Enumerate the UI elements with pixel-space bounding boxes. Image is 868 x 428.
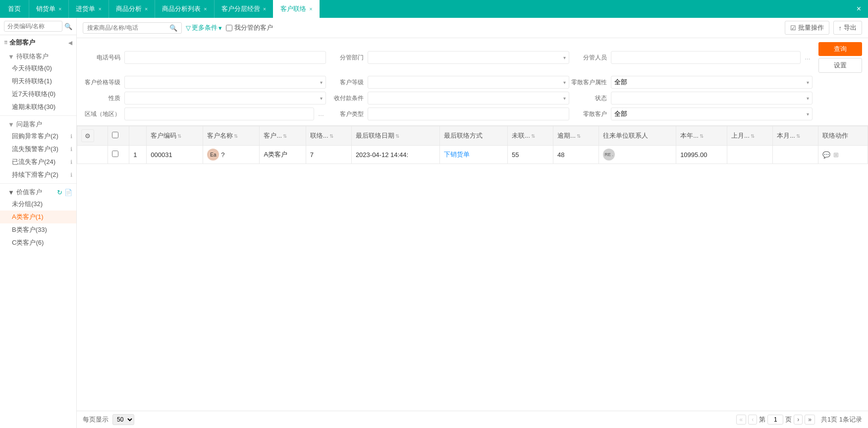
filter-search-icon[interactable]: 🔍 xyxy=(169,24,177,32)
payment-select[interactable]: ▾ xyxy=(368,92,569,105)
retail-cust-select[interactable]: 全部 ▾ xyxy=(611,107,813,120)
nav-tab-5[interactable]: 客户联络 × xyxy=(273,0,319,18)
status-arrow: ▾ xyxy=(807,96,809,101)
sidebar-item-lost-label: 已流失客户(24) xyxy=(12,158,55,166)
filter-more-btn[interactable]: ▽ 更多条件 ▾ xyxy=(186,23,222,32)
sidebar-item-lost-warn[interactable]: 流失预警客户(3) ℹ xyxy=(0,143,76,156)
sidebar-item-c-class[interactable]: C类客户(6) xyxy=(0,236,76,249)
sidebar-item-today[interactable]: 今天待联络(0) xyxy=(0,62,76,75)
cust-type-field[interactable] xyxy=(371,110,566,117)
col-code: 客户编码 ⇅ xyxy=(147,126,203,146)
page-input[interactable] xyxy=(767,415,783,425)
page-size-select[interactable]: 50 xyxy=(112,414,134,425)
row-checkbox[interactable] xyxy=(112,151,118,157)
sidebar-item-tomorrow[interactable]: 明天待联络(1) xyxy=(0,75,76,88)
sidebar-content: ⠿ 全部客户 ◀ ▼ 待联络客户 今天待联络(0) 明天待联络(1) 近7天待联… xyxy=(0,35,76,428)
mine-checkbox-input[interactable] xyxy=(226,25,232,31)
col-this-month-sort[interactable]: 本月... ⇅ xyxy=(777,131,800,140)
region-dots[interactable]: … xyxy=(316,110,326,117)
sidebar-item-lost[interactable]: 已流失客户(24) ℹ xyxy=(0,156,76,168)
col-index xyxy=(129,126,147,146)
filter-search-input[interactable] xyxy=(87,24,167,31)
sidebar-item-7days[interactable]: 近7天待联络(0) xyxy=(0,88,76,101)
last-method-link[interactable]: 下销货单 xyxy=(444,151,470,158)
region-input[interactable] xyxy=(124,107,314,120)
col-contact-label: 联络... xyxy=(310,131,328,140)
nav-tab-0[interactable]: 销货单 × xyxy=(29,0,68,18)
action-chat-icon[interactable]: 💬 xyxy=(822,151,830,159)
nav-tab-close-4[interactable]: × xyxy=(263,6,266,12)
nav-tab-1[interactable]: 进货单 × xyxy=(68,0,108,18)
batch-ops-button[interactable]: ☑ 批量操作 xyxy=(785,21,829,35)
retail-attr-select[interactable]: 全部 ▾ xyxy=(611,76,813,89)
sidebar-search-icon[interactable]: 🔍 xyxy=(64,23,72,30)
filter-cell-nature: 性质 ▾ xyxy=(83,92,326,105)
sidebar-search-input[interactable] xyxy=(4,21,62,32)
problem-group[interactable]: ▼ 问题客户 xyxy=(0,118,76,130)
nav-tab-2[interactable]: 商品分析 × xyxy=(108,0,155,18)
nav-tab-close-3[interactable]: × xyxy=(204,6,207,12)
col-no-contact-sort[interactable]: 未联... ⇅ xyxy=(512,131,535,140)
phone-input[interactable] xyxy=(124,51,326,64)
nav-tab-label-2: 商品分析 xyxy=(116,4,142,13)
manager-dots[interactable]: … xyxy=(803,54,813,61)
export-button[interactable]: ↑ 导出 xyxy=(833,21,863,35)
filter-mine-checkbox[interactable]: 我分管的客户 xyxy=(226,23,273,32)
problem-group-label: 问题客户 xyxy=(16,120,42,129)
col-name-sort[interactable]: 客户名称 ⇅ xyxy=(207,131,238,140)
page-next-btn[interactable]: › xyxy=(794,415,803,425)
td-no-contact: 55 xyxy=(507,146,553,164)
pending-contact-group[interactable]: ▼ 待联络客户 xyxy=(0,50,76,62)
page-prev-btn[interactable]: ‹ xyxy=(748,415,757,425)
nav-global-close[interactable]: × xyxy=(850,0,868,18)
filter-cell-price-level: 客户价格等级 ▾ xyxy=(83,76,326,89)
dept-arrow-icon: ▾ xyxy=(563,55,566,60)
page-last-btn[interactable]: » xyxy=(805,415,815,425)
nav-tab-close-5[interactable]: × xyxy=(309,6,312,12)
phone-input-field[interactable] xyxy=(128,54,323,61)
sidebar-item-a-class[interactable]: A类客户(1) xyxy=(0,211,76,223)
col-this-year-sort[interactable]: 本年... ⇅ xyxy=(680,131,704,140)
nav-tab-close-2[interactable]: × xyxy=(145,6,148,12)
arrow-down-icon: ▼ xyxy=(8,53,14,60)
dept-select[interactable]: ▾ xyxy=(368,51,569,64)
cust-type-input[interactable] xyxy=(368,107,569,120)
col-overdue-sort[interactable]: 逾期... ⇅ xyxy=(557,131,581,140)
gear-icon[interactable]: ⚙ xyxy=(81,129,94,142)
add-icon[interactable]: 📄 xyxy=(64,189,72,196)
content-area: 🔍 ▽ 更多条件 ▾ 我分管的客户 ☑ 批量操作 ↑ 导出 xyxy=(77,18,868,428)
col-last-month-sort[interactable]: 上月... ⇅ xyxy=(731,131,755,140)
manager-input[interactable] xyxy=(611,51,801,64)
manager-label: 分管人员 xyxy=(569,54,609,62)
sidebar-item-repurchase[interactable]: 回购异常客户(2) ℹ xyxy=(0,130,76,143)
nav-tab-close-0[interactable]: × xyxy=(58,6,61,12)
status-select[interactable]: ▾ xyxy=(611,92,813,105)
region-input-field[interactable] xyxy=(128,110,311,117)
action-grid-icon[interactable]: ⊞ xyxy=(833,151,839,159)
nav-tab-3[interactable]: 商品分析列表 × xyxy=(155,0,214,18)
query-button[interactable]: 查询 xyxy=(818,42,862,56)
collapse-icon[interactable]: ◀ xyxy=(68,40,72,46)
sidebar-item-unsorted[interactable]: 未分组(32) xyxy=(0,198,76,211)
manager-input-field[interactable] xyxy=(614,54,797,61)
page-first-btn[interactable]: « xyxy=(736,415,747,425)
col-contact-sort[interactable]: 联络... ⇅ xyxy=(310,131,333,140)
select-all-checkbox[interactable] xyxy=(112,132,118,138)
price-level-select[interactable]: ▾ xyxy=(124,76,326,89)
sidebar-item-b-class[interactable]: B类客户(33) xyxy=(0,223,76,236)
nav-tab-4[interactable]: 客户分层经营 × xyxy=(214,0,273,18)
col-last-date-sort[interactable]: 最后联络日期 ⇅ xyxy=(356,131,399,140)
nature-select[interactable]: ▾ xyxy=(124,92,326,105)
nav-home[interactable]: 首页 xyxy=(0,0,29,18)
cust-level-select[interactable]: ▾ xyxy=(368,76,569,89)
col-code-sort[interactable]: 客户编码 ⇅ xyxy=(151,131,181,140)
sidebar-all-customers[interactable]: ⠿ 全部客户 ◀ xyxy=(0,35,76,50)
refresh-icon[interactable]: ↻ xyxy=(57,189,62,196)
page-label: 第 xyxy=(759,415,765,424)
setting-button[interactable]: 设置 xyxy=(818,58,862,73)
nav-tab-close-1[interactable]: × xyxy=(98,6,101,12)
sidebar-item-overdue[interactable]: 逾期未联络(30) xyxy=(0,101,76,113)
sidebar-item-declining[interactable]: 持续下滑客户(2) ℹ xyxy=(0,168,76,181)
value-group[interactable]: ▼ 价值客户 ↻ 📄 xyxy=(0,186,76,198)
col-type-sort[interactable]: 客户... ⇅ xyxy=(264,131,287,140)
